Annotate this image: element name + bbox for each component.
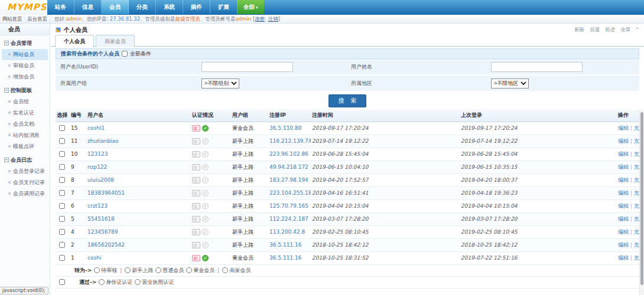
register-ip-link[interactable]: 112.224.2.187 — [269, 216, 308, 222]
sidebar-group-header[interactable]: −控制面板 — [0, 83, 50, 96]
tab[interactable]: 个人会员 — [55, 35, 94, 48]
edit-link[interactable]: 编辑 — [618, 255, 629, 261]
edit-link[interactable]: 编辑 — [618, 203, 629, 209]
edit-link[interactable]: 编辑 — [618, 177, 629, 183]
sidebar-group-header[interactable]: −会员日志 — [0, 152, 50, 166]
convert-radio[interactable] — [222, 267, 228, 273]
edit-link[interactable]: 编辑 — [618, 190, 629, 196]
nav-tab[interactable]: 信息 — [74, 0, 102, 14]
row-checkbox[interactable] — [59, 125, 65, 131]
convert-radio[interactable] — [155, 267, 161, 273]
radio-option[interactable]: 营业执照认证 — [135, 278, 174, 286]
edit-link[interactable]: 编辑 — [618, 242, 629, 248]
tab[interactable]: 商家会员 — [96, 35, 135, 47]
pass-radio[interactable] — [135, 279, 141, 285]
sidebar-group-header[interactable]: −会员管理 — [0, 35, 50, 49]
member-username-link[interactable]: uiuiu2008 — [87, 177, 114, 183]
member-username-link[interactable]: 18656202542 — [87, 242, 125, 248]
member-username-link[interactable]: nzp122 — [87, 164, 107, 170]
sidebar-item[interactable]: 会员支付记录 — [2, 177, 48, 188]
row-checkbox[interactable] — [59, 151, 65, 157]
select-all-checkbox[interactable] — [59, 279, 65, 285]
sidebar-item[interactable]: 增加会员 — [2, 71, 48, 83]
register-ip-link[interactable]: 183.27.98.194 — [269, 177, 308, 183]
row-checkbox[interactable] — [59, 138, 65, 144]
sidebar-item[interactable]: 模板点评 — [2, 141, 48, 152]
row-checkbox[interactable] — [59, 216, 65, 222]
nav-tab[interactable]: 站务 — [47, 0, 74, 14]
site-home-tab[interactable]: 网站首页 — [0, 15, 25, 24]
pass-radio[interactable] — [99, 279, 105, 285]
convert-radio[interactable] — [125, 267, 131, 273]
realname-input[interactable] — [491, 62, 583, 72]
window-action[interactable]: 全屏 — [620, 27, 630, 34]
sidebar-item[interactable]: 会员组 — [2, 96, 48, 107]
register-ip-link[interactable]: 36.5.111.16 — [269, 255, 301, 261]
nav-tab[interactable]: 插件 — [183, 0, 210, 14]
sidebar-item[interactable]: 会员登录记录 — [2, 166, 48, 177]
radio-option[interactable]: 黄金会员 — [186, 267, 214, 274]
sidebar-item[interactable]: 实名认证 — [2, 107, 48, 119]
row-checkbox[interactable] — [59, 242, 65, 248]
register-ip-link[interactable]: 116.212.139.74 — [269, 138, 311, 144]
username-input[interactable] — [201, 62, 293, 72]
nav-tab[interactable]: 系统 — [156, 0, 183, 14]
register-ip-link[interactable]: 36.5.110.80 — [269, 125, 301, 131]
member-username-link[interactable]: 123123 — [87, 151, 108, 157]
nav-tab[interactable]: 分类 — [129, 0, 156, 14]
admin-home-tab[interactable]: 后台首页 — [25, 15, 51, 24]
row-checkbox[interactable] — [59, 203, 65, 209]
logout-link[interactable]: 注销 — [268, 16, 278, 22]
register-ip-link[interactable]: 36.5.111.16 — [269, 242, 301, 248]
radio-option[interactable]: 身份证认证 — [99, 278, 132, 286]
register-ip-link[interactable]: 49.94.218.172 — [269, 164, 308, 170]
search-button[interactable]: 搜 索 — [328, 94, 367, 107]
nav-tab[interactable]: 扩展 — [210, 0, 238, 14]
radio-option[interactable]: 新手上路 — [125, 267, 153, 274]
nav-all-menu[interactable]: 全部▾ — [238, 0, 264, 14]
register-ip-link[interactable]: 125.70.79.165 — [269, 203, 308, 209]
edit-link[interactable]: 编辑 — [618, 229, 629, 235]
sidebar-item[interactable]: 网站会员 — [2, 49, 48, 60]
member-username-link[interactable]: 55451618 — [87, 216, 115, 222]
row-checkbox[interactable] — [59, 190, 65, 196]
member-username-link[interactable]: 18383964051 — [87, 190, 125, 196]
collapse-icon[interactable]: ^ — [635, 27, 639, 32]
sidebar-item[interactable]: 审核会员 — [2, 60, 48, 71]
edit-link[interactable]: 编辑 — [618, 164, 629, 170]
register-ip-link[interactable]: 223.104.255.18 — [269, 190, 311, 196]
scrollbar-thumb[interactable] — [640, 112, 643, 285]
usergroup-select[interactable]: >不限组别 — [201, 78, 239, 88]
row-checkbox[interactable] — [59, 255, 65, 261]
vertical-scrollbar[interactable] — [639, 111, 644, 295]
sidebar-item[interactable]: 会员文档 — [2, 119, 48, 130]
row-checkbox[interactable] — [59, 229, 65, 235]
window-action[interactable]: 前进 — [605, 27, 615, 34]
edit-link[interactable]: 编辑 — [618, 138, 629, 144]
all-conditions-checkbox[interactable] — [122, 51, 128, 57]
window-action[interactable]: 后退 — [590, 27, 600, 34]
member-username-link[interactable]: ceshi — [87, 255, 101, 261]
region-select[interactable]: >不限地区 — [491, 78, 529, 88]
sidebar-item[interactable]: 站内短消息 — [2, 130, 48, 141]
register-ip-link[interactable]: 113.200.42.8 — [269, 229, 305, 235]
edit-link[interactable]: 编辑 — [618, 151, 629, 157]
row-checkbox[interactable] — [59, 177, 65, 183]
radio-option[interactable]: 普通会员 — [155, 267, 184, 274]
sidebar-item[interactable]: 会员调用记录 — [2, 188, 48, 199]
edit-link[interactable]: 编辑 — [618, 216, 629, 222]
nav-tab[interactable]: 会员 — [102, 0, 129, 14]
window-action[interactable]: 刷新 — [574, 27, 584, 34]
radio-option[interactable]: 商家会员 — [222, 267, 251, 274]
convert-radio[interactable] — [186, 267, 192, 273]
change-password-link[interactable]: 改密 — [255, 16, 265, 22]
member-username-link[interactable]: 123456789 — [87, 229, 118, 235]
row-checkbox[interactable] — [59, 164, 65, 170]
register-ip-link[interactable]: 223.96.102.86 — [269, 151, 308, 157]
member-username-link[interactable]: ceshi1 — [87, 125, 105, 131]
convert-radio[interactable] — [94, 267, 100, 273]
edit-link[interactable]: 编辑 — [618, 125, 629, 131]
member-username-link[interactable]: crzt123 — [87, 203, 108, 209]
member-username-link[interactable]: zhutianbiao — [87, 138, 119, 144]
radio-option[interactable]: 待审核 — [94, 267, 117, 274]
